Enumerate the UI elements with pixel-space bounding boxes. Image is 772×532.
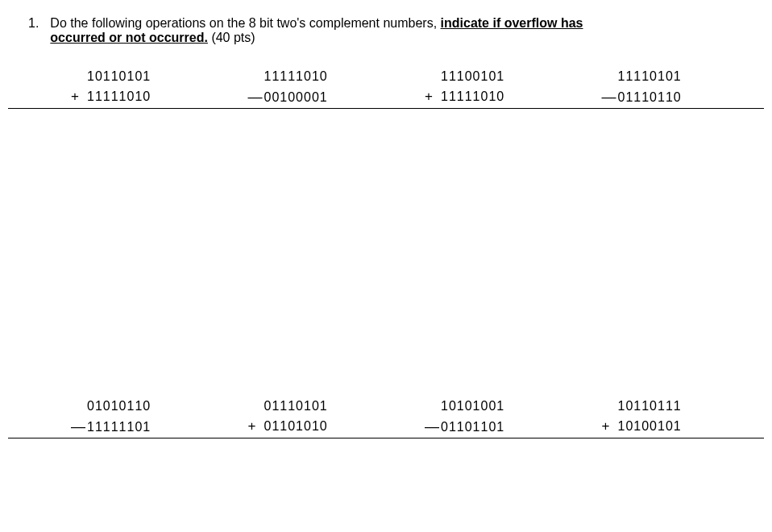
problems-row-1: 10110101 +11111010 11111010 —00100001 11…: [8, 69, 764, 109]
question-header: 1. Do the following operations on the 8 …: [8, 16, 764, 45]
operand-a: 01110101: [264, 399, 341, 414]
problem-6: 01110101 +01101010: [210, 399, 387, 438]
problem-4: 11110101 —01110110: [563, 69, 741, 108]
problem-8: 10110111 +10100101: [563, 399, 741, 438]
operand-b: 00100001: [264, 90, 341, 105]
question-text-bold1: indicate if overflow has: [441, 16, 583, 30]
problems-row-2: 01010110 —11111101 01110101 +01101010 10…: [8, 399, 764, 438]
operand-a: 11110101: [618, 69, 695, 84]
operand-b: 11111010: [87, 89, 164, 104]
operand-a: 11111010: [264, 69, 341, 84]
operand-a: 11100101: [441, 69, 517, 84]
question-text-bold2: occurred or not occurred.: [50, 31, 208, 44]
operator: —: [71, 418, 87, 435]
question-text: Do the following operations on the 8 bit…: [50, 16, 764, 45]
operator: —: [248, 89, 264, 106]
question-points: (40 pts): [208, 31, 255, 44]
operator: —: [425, 418, 441, 435]
operator: +: [602, 418, 618, 434]
operand-a: 10101001: [441, 399, 517, 414]
operand-b: 11111101: [87, 420, 164, 434]
problem-7: 10101001 —01101101: [386, 399, 563, 438]
problem-5: 01010110 —11111101: [32, 399, 210, 438]
operand-a: 10110101: [87, 69, 164, 84]
operand-b: 01110110: [618, 90, 695, 105]
operator: +: [248, 418, 264, 434]
operand-a: 01010110: [87, 399, 164, 414]
problem-3: 11100101 +11111010: [386, 69, 563, 108]
operand-b: 01101010: [264, 419, 341, 434]
operator: +: [71, 89, 87, 105]
operand-b: 10100101: [618, 419, 695, 434]
question-text-part1: Do the following operations on the 8 bit…: [50, 16, 440, 30]
question-number: 1.: [28, 16, 39, 45]
operand-a: 10110111: [618, 399, 695, 414]
operator: —: [602, 89, 618, 106]
operator: +: [425, 89, 441, 105]
problem-2: 11111010 —00100001: [210, 69, 387, 108]
operand-b: 11111010: [441, 89, 517, 104]
problem-1: 10110101 +11111010: [32, 69, 210, 108]
operand-b: 01101101: [441, 420, 517, 434]
